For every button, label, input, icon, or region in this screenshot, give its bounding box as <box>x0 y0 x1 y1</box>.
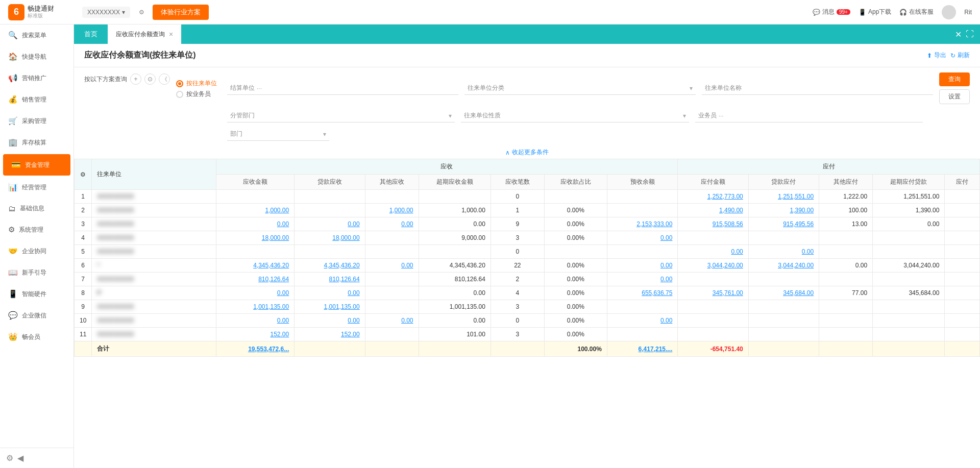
table-row: 9XXXXXXXXX1,001,135.001,001,135.001,001,… <box>75 300 980 314</box>
collapse-up-icon: ∧ <box>505 149 510 156</box>
message-btn[interactable]: 💬 消息 99+ <box>813 8 850 16</box>
sidebar-item-inventory[interactable]: 🏢 库存核算 <box>0 132 74 153</box>
tab-home[interactable]: 首页 <box>74 24 108 44</box>
sidebar-item-sales[interactable]: 💰 销售管理 <box>0 89 74 110</box>
filter-partner-nature[interactable]: 往来单位性质 ▾ <box>461 109 689 122</box>
purchase-icon: 🛒 <box>8 116 18 126</box>
jiesuan-dots: ··· <box>257 85 262 92</box>
table-area[interactable]: ⚙ 往来单位 应收 应付 应收金额 贷款应收 其他应收 超期应收金额 应收笔数 … <box>74 159 980 468</box>
trial-button[interactable]: 体验行业方案 <box>153 5 209 20</box>
total-loan-payable <box>748 341 819 357</box>
sidebar-item-wechat[interactable]: 💬 企业微信 <box>0 305 74 326</box>
dept-chevron: ▾ <box>323 131 326 138</box>
sidebar-item-member[interactable]: 👑 畅会员 <box>0 326 74 348</box>
partner-col-header: 往来单位 <box>92 159 216 190</box>
refresh-btn[interactable]: ↻ 刷新 <box>950 51 970 60</box>
sidebar-item-basic[interactable]: 🗂 基础信息 <box>0 198 74 219</box>
total-loan-receivable <box>295 341 365 357</box>
management-icon: 📊 <box>8 183 18 192</box>
sidebar-item-search[interactable]: 🔍 搜索菜单 <box>0 24 74 46</box>
user-avatar[interactable] <box>942 5 956 19</box>
sidebar-settings-icon[interactable]: ⚙ <box>6 453 13 463</box>
sidebar-item-enterprise[interactable]: 🤝 企业协同 <box>0 240 74 262</box>
member-icon: 👑 <box>8 332 18 341</box>
export-btn[interactable]: ⬆ 导出 <box>927 51 946 60</box>
col-payable-extra: 应付 <box>945 175 980 190</box>
dept-label: 部门 <box>230 130 242 138</box>
filter-partner-category[interactable]: 往来单位分类 ▾ <box>464 82 696 95</box>
table-row: 10XXXXXXXXX0.000.000.000.0000.00%0.00 <box>75 314 980 328</box>
app-download-btn[interactable]: 📱 App下载 <box>859 8 891 16</box>
filter-division-dept[interactable]: 分管部门 ▾ <box>227 109 455 122</box>
sidebar-item-label: 智能硬件 <box>22 290 46 299</box>
col-overdue-payable: 超期应付贷款 <box>873 175 945 190</box>
receivable-group-header: 应收 <box>216 159 678 175</box>
filter-row-3: 部门 ▾ <box>84 128 970 141</box>
sidebar-item-label: 快捷导航 <box>22 53 46 61</box>
query-btn[interactable]: 查询 <box>939 72 970 86</box>
header-actions: ⬆ 导出 ↻ 刷新 <box>927 51 970 60</box>
filter-mode-salesman[interactable]: 按业务员 <box>176 90 217 98</box>
collapse-more-conditions[interactable]: ∧ 收起更多条件 <box>74 146 980 159</box>
partner-name: XXXXXXXXX <box>92 328 216 341</box>
user-name-label: Rit <box>964 9 972 16</box>
system-icon: ⚙ <box>8 225 15 234</box>
total-other-payable <box>819 341 873 357</box>
brand-name: 畅捷通财 <box>28 5 54 13</box>
filter-area: 按以下方案查询 + ⊙ 《 按往来单位 按业务员 <box>74 67 980 146</box>
data-table: ⚙ 往来单位 应收 应付 应收金额 贷款应收 其他应收 超期应收金额 应收笔数 … <box>74 159 980 357</box>
partner-name: XXXXXXXXX <box>92 231 216 245</box>
sidebar-item-purchase[interactable]: 🛒 采购管理 <box>0 110 74 132</box>
export-icon: ⬆ <box>927 52 932 59</box>
filter-mode-partner[interactable]: 按往来单位 <box>176 79 217 88</box>
filter-collapse-btn[interactable]: 《 <box>159 73 170 85</box>
top-bar-middle: XXXXXXXX ▾ ⚙ 体验行业方案 <box>82 5 813 20</box>
online-service-btn[interactable]: 🎧 在线客服 <box>899 8 934 16</box>
tab-close-btn[interactable]: × <box>169 30 173 38</box>
sidebar-item-label: 采购管理 <box>22 117 46 126</box>
tab-active[interactable]: 应收应付余额查询 × <box>108 24 181 44</box>
table-settings-header[interactable]: ⚙ <box>75 159 92 190</box>
marketing-icon: 📢 <box>8 73 18 83</box>
sidebar-item-label: 企业微信 <box>22 311 46 320</box>
company-selector[interactable]: XXXXXXXX ▾ <box>82 7 130 18</box>
partner-name: XXXXXXXXX <box>92 204 216 217</box>
inventory-icon: 🏢 <box>8 138 18 147</box>
partner-category-label: 往来单位分类 <box>468 84 504 92</box>
table-group-header-row: ⚙ 往来单位 应收 应付 <box>75 159 980 175</box>
partner-name: XXXXXXXXX <box>92 217 216 231</box>
filter-settings-button[interactable]: 设置 <box>939 89 970 104</box>
sidebar-item-finance[interactable]: 💳 资金管理 <box>3 154 70 176</box>
tab-maximize-icon[interactable]: ⛶ <box>966 30 974 39</box>
filter-salesman: 业务员 ··· <box>695 109 923 122</box>
tab-close-window-icon[interactable]: ✕ <box>955 30 962 39</box>
filter-actions: 查询 设置 <box>939 72 970 104</box>
company-name: XXXXXXXX <box>87 9 120 16</box>
sidebar-item-hardware[interactable]: 📱 智能硬件 <box>0 283 74 305</box>
col-payable-amount: 应付金额 <box>678 175 748 190</box>
message-icon: 💬 <box>813 9 820 16</box>
main-layout: 🔍 搜索菜单 🏠 快捷导航 📢 营销推广 💰 销售管理 🛒 采购管理 🏢 库存核… <box>0 24 980 468</box>
content-area: 首页 应收应付余额查询 × ✕ ⛶ 应收应付余额查询(按往来单位) ⬆ 导出 <box>74 24 980 468</box>
filter-dept[interactable]: 部门 ▾ <box>227 128 329 141</box>
edition-label: 标准版 <box>28 12 54 19</box>
jiesuan-label: 结算单位 <box>230 84 255 92</box>
filter-settings-btn[interactable]: ⊙ <box>144 73 156 85</box>
sidebar-item-system[interactable]: ⚙ 系统管理 <box>0 219 74 240</box>
online-service-icon: 🎧 <box>899 9 907 16</box>
message-badge: 99+ <box>837 9 850 15</box>
sidebar-collapse-icon[interactable]: ◀ <box>17 453 23 463</box>
col-loan-receivable: 贷款应收 <box>295 175 365 190</box>
sidebar-item-guide[interactable]: 📖 新手引导 <box>0 262 74 283</box>
sidebar-item-quick-nav[interactable]: 🏠 快捷导航 <box>0 46 74 67</box>
total-prepaid-balance[interactable]: 6,417,215.... <box>607 341 677 357</box>
sidebar-item-management[interactable]: 📊 经营管理 <box>0 177 74 198</box>
col-receivable-ratio: 应收款占比 <box>544 175 607 190</box>
total-receivable-amount[interactable]: 19,553,472,6... <box>216 341 295 357</box>
add-filter-btn[interactable]: + <box>130 73 141 85</box>
col-receivable-amount: 应收金额 <box>216 175 295 190</box>
sidebar-item-marketing[interactable]: 📢 营销推广 <box>0 67 74 89</box>
radio-salesman <box>176 91 183 98</box>
partner-name: XXXXXXXXX <box>92 314 216 328</box>
settings-icon-btn[interactable]: ⚙ <box>134 5 149 19</box>
